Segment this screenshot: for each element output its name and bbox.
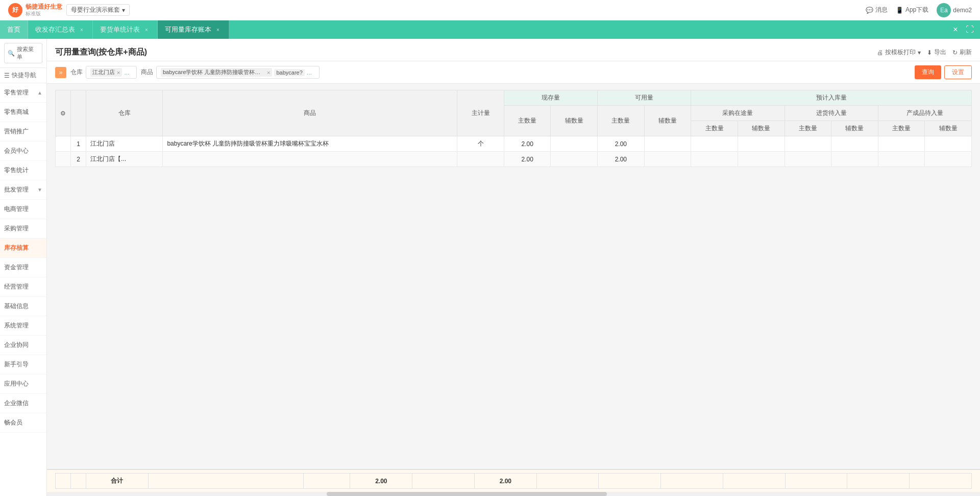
- sidebar-item-app-center[interactable]: 应用中心: [0, 374, 46, 394]
- sidebar-item-enterprise-wechat[interactable]: 企业微信: [0, 394, 46, 413]
- row-settings[interactable]: [56, 152, 71, 167]
- chevron-down-icon: ▾: [122, 7, 125, 14]
- nav-tabs: 首页 收发存汇总表 × 要货单统计表 × 可用量库存账本 × × ⛶: [0, 20, 980, 39]
- row-avail-main: 2.00: [598, 136, 645, 152]
- sidebar-item-purchase-mgmt[interactable]: 采购管理: [0, 219, 46, 239]
- sidebar-item-finance-mgmt[interactable]: 资金管理: [0, 258, 46, 277]
- sidebar-item-system-mgmt[interactable]: 系统管理: [0, 316, 46, 336]
- filter-expand-btn[interactable]: »: [55, 67, 66, 78]
- unit-col-header: 主计量: [457, 90, 504, 136]
- footer-stock-main: 2.00: [350, 474, 412, 489]
- sidebar-search-area: 🔍 搜索菜单: [0, 39, 46, 68]
- row-stock-aux: [551, 136, 598, 152]
- num-col-header: [71, 90, 86, 136]
- horizontal-scrollbar[interactable]: [47, 492, 980, 496]
- sidebar-item-ecommerce-mgmt[interactable]: 电商管理: [0, 200, 46, 219]
- row-product: babycare学饮杯 儿童防摔防撞吸管杯重力球吸嘴杯宝宝水杯: [163, 136, 457, 152]
- filter-actions: 查询 设置: [915, 65, 972, 79]
- table-row: 1 江北门店 babycare学饮杯 儿童防摔防撞吸管杯重力球吸嘴杯宝宝水杯 个…: [56, 136, 972, 152]
- stock-main-header: 主数量: [504, 106, 551, 136]
- footer-avail-main: 2.00: [474, 474, 536, 489]
- tab-home[interactable]: 首页: [0, 20, 28, 39]
- tabs-spacer: [229, 20, 945, 39]
- search-menu-btn[interactable]: 🔍 搜索菜单: [4, 43, 42, 63]
- sidebar-item-member-center[interactable]: 会员中心: [0, 141, 46, 161]
- row-production-aux: [925, 152, 972, 167]
- close-tab-order-summary[interactable]: ×: [143, 26, 150, 33]
- main-layout: 🔍 搜索菜单 ☰ 快捷导航 零售管理 ▲ 零售商城 营销推广 会员中心 零售统计…: [0, 39, 980, 496]
- settings-col-header[interactable]: ⚙: [56, 90, 71, 136]
- row-production-main: [878, 152, 925, 167]
- row-settings[interactable]: [56, 136, 71, 152]
- refresh-icon: ↻: [952, 49, 958, 56]
- scroll-thumb[interactable]: [327, 492, 606, 496]
- row-purchase-main: [691, 152, 738, 167]
- avatar: Ea: [937, 3, 951, 17]
- production-col-header: 产成品待入量: [878, 106, 971, 121]
- row-unit: 个: [457, 136, 504, 152]
- remove-warehouse-tag[interactable]: ×: [117, 69, 120, 76]
- warehouse-input[interactable]: 江北门店 × ...: [86, 66, 137, 79]
- sidebar-item-member[interactable]: 畅会员: [0, 413, 46, 433]
- row-purchase-main: [691, 136, 738, 152]
- sidebar: 🔍 搜索菜单 ☰ 快捷导航 零售管理 ▲ 零售商城 营销推广 会员中心 零售统计…: [0, 39, 47, 496]
- logo-icon: 好: [8, 3, 22, 17]
- remove-product-tag-1[interactable]: ×: [267, 69, 270, 76]
- logo-text: 畅捷通好生意 标准版: [26, 3, 62, 16]
- avail-main-header: 主数量: [598, 106, 645, 136]
- close-tab-receive-summary[interactable]: ×: [78, 26, 85, 33]
- page-actions: 🖨 按模板打印 ▾ ⬇ 导出 ↻ 刷新: [877, 48, 972, 57]
- close-all-tabs-btn[interactable]: ×: [949, 23, 962, 36]
- row-unit: [457, 152, 504, 167]
- app-download-btn[interactable]: 📱 App下载: [896, 6, 928, 14]
- fullscreen-btn[interactable]: ⛶: [964, 23, 976, 36]
- purchase-aux-header: 辅数量: [738, 121, 785, 136]
- message-icon: 💬: [866, 7, 873, 14]
- sidebar-item-business-mgmt[interactable]: 经营管理: [0, 277, 46, 297]
- footer-label: 合计: [86, 474, 149, 489]
- table-container: ⚙ 仓库 商品 主计量 现存量 可用量 预计入库量 主数量 辅数量 主数量 辅数…: [47, 84, 980, 469]
- sidebar-item-enterprise-collab[interactable]: 企业协同: [0, 336, 46, 355]
- nav-icon: ☰: [4, 72, 10, 79]
- row-incoming-main: [785, 152, 831, 167]
- stock-col-header: 现存量: [504, 90, 597, 106]
- sidebar-item-inventory-check[interactable]: 库存核算: [0, 239, 46, 258]
- table-footer: 合计 2.00 2.00: [47, 469, 980, 492]
- data-table: ⚙ 仓库 商品 主计量 现存量 可用量 预计入库量 主数量 辅数量 主数量 辅数…: [55, 90, 972, 167]
- sidebar-item-retail-mgmt[interactable]: 零售管理 ▲: [0, 83, 46, 103]
- row-num: 2: [71, 152, 86, 167]
- query-btn[interactable]: 查询: [915, 65, 941, 79]
- product-col-header: 商品: [163, 90, 457, 136]
- message-btn[interactable]: 💬 消息: [866, 6, 888, 14]
- row-incoming-main: [785, 136, 831, 152]
- industry-selector[interactable]: 母婴行业演示账套 ▾: [66, 4, 130, 16]
- row-production-main: [878, 136, 925, 152]
- content-area: 可用量查询(按仓库+商品) 🖨 按模板打印 ▾ ⬇ 导出 ↻ 刷新 »: [47, 39, 980, 496]
- page-title: 可用量查询(按仓库+商品): [55, 47, 147, 58]
- planned-in-col-header: 预计入库量: [691, 90, 972, 106]
- export-btn[interactable]: ⬇ 导出: [927, 48, 946, 57]
- sidebar-item-marketing[interactable]: 营销推广: [0, 122, 46, 141]
- filter-bar: » 仓库 江北门店 × ... 商品 babycare学饮杯 儿童防摔防撞吸管杯…: [47, 61, 980, 84]
- tab-order-summary[interactable]: 要货单统计表 ×: [93, 20, 158, 39]
- sidebar-item-new-guide[interactable]: 新手引导: [0, 355, 46, 374]
- product-input[interactable]: babycare学饮杯 儿童防摔防撞吸管杯重力球吸嘴杯宝宝水杯 × babyca…: [156, 66, 320, 79]
- tab-receive-summary[interactable]: 收发存汇总表 ×: [28, 20, 93, 39]
- row-avail-aux: [644, 136, 691, 152]
- settings-btn[interactable]: 设置: [944, 65, 972, 79]
- sidebar-item-wholesale-mgmt[interactable]: 批发管理 ▼: [0, 180, 46, 200]
- quick-nav-btn[interactable]: ☰ 快捷导航: [0, 68, 46, 83]
- tab-available-stock[interactable]: 可用量库存账本 ×: [158, 20, 229, 39]
- refresh-btn[interactable]: ↻ 刷新: [952, 48, 972, 57]
- user-profile[interactable]: Ea demo2: [937, 3, 972, 17]
- print-btn[interactable]: 🖨 按模板打印 ▾: [877, 48, 921, 57]
- row-stock-main: 2.00: [504, 136, 551, 152]
- top-bar-left: 好 畅捷通好生意 标准版 母婴行业演示账套 ▾: [8, 3, 130, 17]
- close-tab-available-stock[interactable]: ×: [214, 26, 222, 33]
- row-avail-aux: [644, 152, 691, 167]
- sidebar-item-retail-stats[interactable]: 零售统计: [0, 161, 46, 180]
- row-production-aux: [925, 136, 972, 152]
- sidebar-item-retail-mall[interactable]: 零售商城: [0, 103, 46, 122]
- available-col-header: 可用量: [598, 90, 691, 106]
- sidebar-item-basic-info[interactable]: 基础信息: [0, 297, 46, 316]
